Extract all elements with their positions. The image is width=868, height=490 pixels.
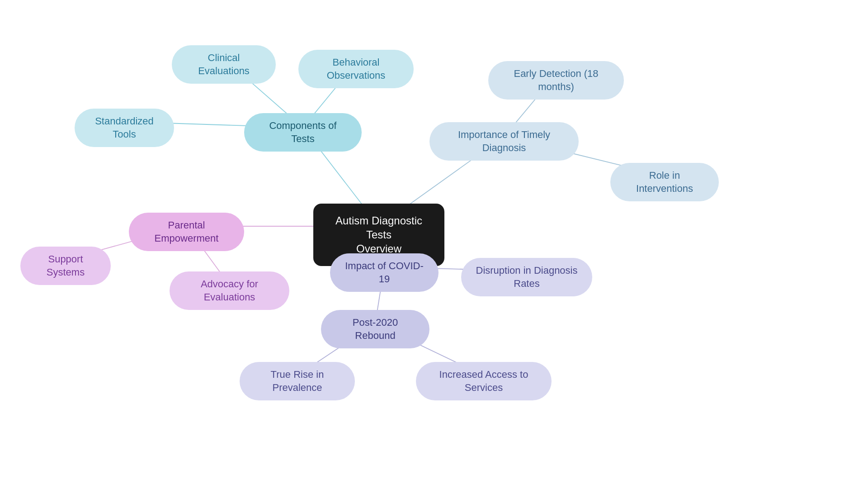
node-disruption-diagnosis[interactable]: Disruption in Diagnosis Rates <box>461 258 592 296</box>
components-label: Components of Tests <box>257 119 349 145</box>
access-label: Increased Access to Services <box>429 368 539 394</box>
node-behavioral-observations[interactable]: Behavioral Observations <box>298 50 414 88</box>
true-rise-label: True Rise in Prevalence <box>252 368 342 394</box>
node-parental-empowerment[interactable]: Parental Empowerment <box>129 213 244 251</box>
advocacy-label: Advocacy for Evaluations <box>182 278 277 304</box>
node-advocacy-evaluations[interactable]: Advocacy for Evaluations <box>170 271 289 310</box>
node-increased-access[interactable]: Increased Access to Services <box>416 362 552 400</box>
node-role-in-interventions[interactable]: Role in Interventions <box>610 163 719 201</box>
disruption-label: Disruption in Diagnosis Rates <box>474 264 580 290</box>
node-importance-timely-diagnosis[interactable]: Importance of Timely Diagnosis <box>429 122 579 161</box>
early-detection-label: Early Detection (18 months) <box>501 67 611 93</box>
role-label: Role in Interventions <box>623 169 706 195</box>
parental-label: Parental Empowerment <box>142 219 231 245</box>
node-early-detection[interactable]: Early Detection (18 months) <box>488 61 624 100</box>
node-clinical-evaluations[interactable]: Clinical Evaluations <box>172 45 276 84</box>
covid-label: Impact of COVID-19 <box>343 260 426 285</box>
support-label: Support Systems <box>33 253 98 279</box>
importance-label: Importance of Timely Diagnosis <box>442 128 566 154</box>
node-true-rise-prevalence[interactable]: True Rise in Prevalence <box>240 362 355 400</box>
behavioral-label: Behavioral Observations <box>311 56 401 82</box>
rebound-label: Post-2020 Rebound <box>334 316 417 342</box>
node-support-systems[interactable]: Support Systems <box>20 247 111 285</box>
node-impact-covid[interactable]: Impact of COVID-19 <box>330 253 439 292</box>
standardized-label: Standardized Tools <box>87 115 161 141</box>
center-label: Autism Diagnostic Tests Overview <box>330 214 427 256</box>
node-post-2020-rebound[interactable]: Post-2020 Rebound <box>321 310 429 348</box>
node-standardized-tools[interactable]: Standardized Tools <box>75 109 174 147</box>
clinical-label: Clinical Evaluations <box>184 52 263 77</box>
node-components-of-tests[interactable]: Components of Tests <box>244 113 362 152</box>
